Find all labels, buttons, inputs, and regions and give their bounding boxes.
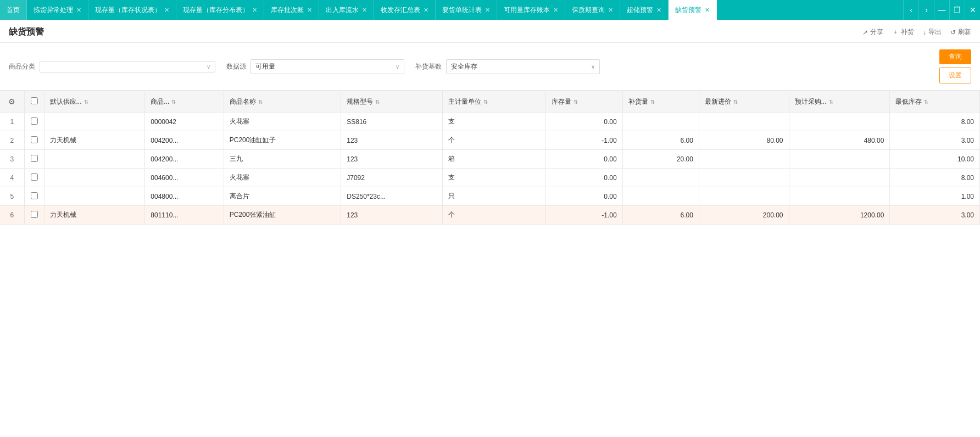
td-est-purchase-3 — [789, 169, 890, 187]
tab-3[interactable]: 现存量（库存分布表） ✕ — [176, 0, 264, 20]
tab-next-btn[interactable]: › — [918, 0, 934, 20]
td-code-0: 0000042 — [145, 113, 224, 131]
supplement-select[interactable]: 安全库存 ∨ — [446, 59, 600, 74]
window-minimize-btn[interactable]: — — [934, 0, 949, 20]
datasource-select[interactable]: 可用量 ∨ — [250, 59, 404, 74]
datasource-label: 数据源 — [226, 62, 246, 71]
td-est-purchase-4 — [789, 187, 890, 206]
tab-4[interactable]: 库存批次账 ✕ — [264, 0, 319, 20]
header-actions: ↗ 分享 ＋ 补货 ↓ 导出 ↺ 刷新 — [862, 27, 971, 37]
td-est-purchase-5: 1200.00 — [789, 206, 890, 225]
export-button[interactable]: ↓ 导出 — [923, 27, 942, 37]
sort-name-icon[interactable]: ⇅ — [258, 99, 263, 105]
refresh-button[interactable]: ↺ 刷新 — [950, 27, 971, 37]
td-settings-2: 3 — [0, 150, 24, 169]
row-checkbox-3[interactable] — [31, 173, 38, 181]
row-checkbox-1[interactable] — [31, 136, 38, 143]
th-supplement: 补货量 ⇅ — [622, 91, 699, 113]
window-close-btn[interactable]: ✕ — [965, 0, 980, 20]
refresh-icon: ↺ — [950, 29, 956, 36]
th-latest-price: 最新进价 ⇅ — [699, 91, 789, 113]
tab-close-2[interactable]: ✕ — [164, 7, 169, 14]
td-stock-4: 0.00 — [546, 187, 622, 206]
tab-10[interactable]: 超储预警 ✕ — [620, 0, 669, 20]
td-check-1 — [24, 131, 44, 150]
sort-supplier-icon[interactable]: ⇅ — [84, 99, 88, 105]
row-checkbox-5[interactable] — [31, 211, 38, 218]
td-min-stock-2: 10.00 — [890, 150, 980, 169]
sort-supplement-icon[interactable]: ⇅ — [650, 99, 655, 105]
td-code-4: 004800... — [145, 187, 224, 206]
td-supplier-3 — [44, 169, 145, 187]
supplement-button[interactable]: ＋ 补货 — [892, 27, 914, 37]
window-restore-btn[interactable]: ❐ — [949, 0, 965, 20]
share-button[interactable]: ↗ 分享 — [862, 27, 883, 37]
td-stock-5: -1.00 — [546, 206, 622, 225]
row-checkbox-4[interactable] — [31, 192, 38, 199]
page-content: 缺货预警 ↗ 分享 ＋ 补货 ↓ 导出 ↺ 刷新 商品分类 — [0, 20, 980, 437]
td-name-2: 三九 — [224, 150, 341, 169]
td-name-4: 离合片 — [224, 187, 341, 206]
query-button[interactable]: 查询 — [939, 49, 971, 64]
tab-close-10[interactable]: ✕ — [656, 7, 661, 14]
sort-unit-icon[interactable]: ⇅ — [483, 99, 488, 105]
tab-bar: 首页 拣货异常处理 ✕ 现存量（库存状况表） ✕ 现存量（库存分布表） ✕ 库存… — [0, 0, 980, 20]
table-row: 5 004800... 离合片 DS250*23c... 只 0.00 1.00 — [0, 187, 980, 206]
row-checkbox-2[interactable] — [31, 155, 38, 162]
td-latest-price-1: 80.00 — [699, 131, 789, 150]
td-code-2: 004200... — [145, 150, 224, 169]
th-est-purchase: 预计采购... ⇅ — [789, 91, 890, 113]
tab-close-5[interactable]: ✕ — [362, 7, 367, 14]
settings-button[interactable]: 设置 — [939, 68, 971, 83]
sort-stock-icon[interactable]: ⇅ — [573, 99, 578, 105]
action-buttons: 查询 设置 — [939, 49, 971, 83]
sort-spec-icon[interactable]: ⇅ — [375, 99, 380, 105]
td-supplier-1: 力天机械 — [44, 131, 145, 150]
td-settings-4: 5 — [0, 187, 24, 206]
tab-7[interactable]: 要货单统计表 ✕ — [436, 0, 497, 20]
sort-est-purchase-icon[interactable]: ⇅ — [829, 99, 833, 105]
tab-close-1[interactable]: ✕ — [76, 7, 81, 14]
td-est-purchase-1: 480.00 — [789, 131, 890, 150]
tab-prev-btn[interactable]: ‹ — [903, 0, 918, 20]
tab-close-6[interactable]: ✕ — [424, 7, 428, 14]
tab-close-11[interactable]: ✕ — [705, 7, 710, 14]
refresh-label: 刷新 — [958, 27, 971, 37]
sort-code-icon[interactable]: ⇅ — [171, 99, 176, 105]
td-spec-0: SS816 — [341, 113, 443, 131]
tab-1[interactable]: 拣货异常处理 ✕ — [27, 0, 88, 20]
tab-8[interactable]: 可用量库存账本 ✕ — [497, 0, 565, 20]
td-unit-1: 个 — [443, 131, 546, 150]
table-body: 1 0000042 火花塞 SS816 支 0.00 8.00 2 力天机械 0… — [0, 113, 980, 225]
tab-close-3[interactable]: ✕ — [252, 7, 257, 14]
sort-latest-price-icon[interactable]: ⇅ — [733, 99, 738, 105]
td-supplement-2: 20.00 — [622, 150, 699, 169]
tab-11-active[interactable]: 缺货预警 ✕ — [669, 0, 717, 20]
tab-5[interactable]: 出入库流水 ✕ — [319, 0, 374, 20]
td-min-stock-0: 8.00 — [890, 113, 980, 131]
tab-close-4[interactable]: ✕ — [307, 7, 312, 14]
category-select[interactable]: ∨ — [40, 61, 215, 72]
datasource-filter-group: 数据源 可用量 ∨ — [226, 59, 404, 74]
select-all-checkbox[interactable] — [31, 97, 38, 104]
category-chevron-icon: ∨ — [207, 64, 210, 70]
row-checkbox-0[interactable] — [31, 117, 38, 125]
tab-close-7[interactable]: ✕ — [485, 7, 490, 14]
td-supplier-0 — [44, 113, 145, 131]
tab-9[interactable]: 保质期查询 ✕ — [565, 0, 620, 20]
td-supplement-0 — [622, 113, 699, 131]
td-supplement-4 — [622, 187, 699, 206]
tab-close-8[interactable]: ✕ — [553, 7, 558, 14]
tab-2[interactable]: 现存量（库存状况表） ✕ — [88, 0, 176, 20]
column-settings-icon[interactable]: ⚙ — [6, 96, 18, 108]
tab-6[interactable]: 收发存汇总表 ✕ — [374, 0, 436, 20]
td-settings-1: 2 — [0, 131, 24, 150]
supplement-value: 安全库存 — [451, 62, 477, 71]
th-stock: 库存量 ⇅ — [546, 91, 622, 113]
export-label: 导出 — [928, 27, 942, 37]
td-unit-2: 箱 — [443, 150, 546, 169]
sort-min-stock-icon[interactable]: ⇅ — [924, 99, 928, 105]
tab-home[interactable]: 首页 — [0, 0, 27, 20]
table-header-row: ⚙ 默认供应... ⇅ 商品... ⇅ — [0, 91, 980, 113]
tab-close-9[interactable]: ✕ — [608, 7, 613, 14]
